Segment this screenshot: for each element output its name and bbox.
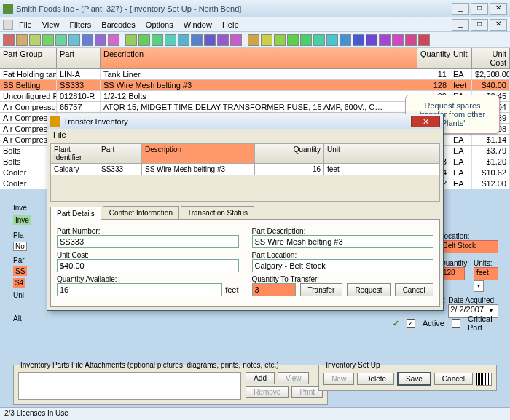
toolbar-btn-13[interactable] [178,34,189,46]
transfer-button[interactable]: Transfer [300,283,343,296]
mdi-max-button[interactable]: □ [471,19,488,31]
minimize-button[interactable]: _ [452,3,469,15]
invset-delete-button[interactable]: Delete [357,373,394,385]
titlebar: Smith Foods Inc - (Plant: 327) - [Invent… [0,0,510,17]
toolbar-btn-26[interactable] [353,34,364,46]
toolbar-btn-30[interactable] [405,34,417,46]
toolbar-btn-2[interactable] [29,34,41,46]
toolbar-btn-22[interactable] [300,34,312,46]
col-description[interactable]: Description [101,48,417,68]
col-unitcost[interactable]: Unit Cost [472,48,510,68]
toolbar-btn-21[interactable] [287,34,299,46]
grid-row[interactable]: Fat Holding tankLIN-ATank Liner11EA$2,50… [0,69,510,80]
dialog-grid: Plant Identifier Part Description Quanti… [50,143,440,202]
qt-input[interactable] [252,283,296,296]
partial-inve2: Inve [13,215,31,225]
col-quantity[interactable]: Quantity [417,48,450,68]
toolbar-btn-25[interactable] [340,34,351,46]
toolbar-btn-9[interactable] [125,34,137,46]
cancel-button[interactable]: Cancel [395,283,434,296]
toolbar-btn-10[interactable] [138,34,150,46]
pd-input[interactable] [252,235,434,248]
toolbar-btn-20[interactable] [274,34,286,46]
units-dropdown[interactable]: ▾ [474,280,484,292]
dcol-desc[interactable]: Description [142,144,255,163]
toolbar-btn-17[interactable] [230,34,242,46]
status-bar: 2/3 Licenses In Use [0,407,510,420]
toolbar-btn-14[interactable] [191,34,203,46]
toolbar-btn-16[interactable] [217,34,229,46]
toolbar-btn-7[interactable] [95,34,106,46]
invset-cancel-button[interactable]: Cancel [434,373,473,385]
col-partgroup[interactable]: Part Group [0,48,57,68]
pn-input[interactable] [57,235,239,248]
menu-barcodes[interactable]: Barcodes [97,19,139,31]
invset-save-button[interactable]: Save [397,372,431,386]
tab-transaction-status[interactable]: Transaction Status [181,206,254,219]
menu-window[interactable]: Window [179,19,216,31]
menu-view[interactable]: View [38,19,64,31]
uc-input[interactable] [57,259,239,272]
toolbar-btn-5[interactable] [68,34,80,46]
toolbar-btn-6[interactable] [82,34,93,46]
close-button[interactable]: ✕ [490,3,507,15]
menu-file[interactable]: File [15,19,36,31]
toolbar-btn-11[interactable] [152,34,163,46]
request-button[interactable]: Request [347,283,390,296]
location-value[interactable]: Belt Stock [440,240,498,253]
active-checkbox[interactable]: ✓ [407,319,415,328]
attachments-fieldset: Inventory Parts File Attachments (option… [13,361,328,405]
toolbar-btn-18[interactable] [248,34,259,46]
attach-view-button[interactable]: View [278,372,310,384]
uc-label: Unit Cost: [57,251,239,259]
date-label: Date Acquired: [448,296,498,304]
toolbar-btn-19[interactable] [261,34,272,46]
dialog-row[interactable]: Calgary SS333 SS Wire Mesh belting #3 16… [50,164,440,175]
inventory-setup-fieldset: Inventory Set Up New Delete Save Cancel [318,361,497,391]
grid-row[interactable]: SS BeltingSS333SS Wire Mesh belting #312… [0,80,510,91]
pl-input[interactable] [252,259,434,272]
toolbar-btn-28[interactable] [379,34,391,46]
dcol-plant[interactable]: Plant Identifier [51,144,98,163]
invset-legend: Inventory Set Up [323,361,382,369]
col-unit[interactable]: Unit [450,48,472,68]
critical-label: Critical Part [468,314,497,332]
toolbar-btn-29[interactable] [392,34,404,46]
invset-new-button[interactable]: New [323,373,354,385]
toolbar-btn-3[interactable] [42,34,54,46]
toolbar-btn-4[interactable] [55,34,67,46]
toolbar-btn-0[interactable] [3,34,15,46]
dcol-part[interactable]: Part [98,144,142,163]
menu-help[interactable]: Help [218,19,243,31]
barcode-icon[interactable] [476,373,492,386]
mdi-close-button[interactable]: ✕ [490,19,507,31]
tab-contact-info[interactable]: Contact Information [103,206,179,219]
qa-input[interactable] [57,283,222,296]
menu-filters[interactable]: Filters [65,19,95,31]
toolbar-btn-1[interactable] [16,34,28,46]
menu-options[interactable]: Options [141,19,178,31]
dialog-menu-file[interactable]: File [53,130,66,139]
critical-checkbox[interactable] [452,319,460,328]
quantity-value[interactable]: 128 [440,267,465,280]
toolbar-btn-27[interactable] [366,34,377,46]
units-label: Units: [474,259,498,267]
units-value[interactable]: feet [474,267,498,280]
toolbar-btn-24[interactable] [326,34,338,46]
toolbar-btn-23[interactable] [313,34,325,46]
col-part[interactable]: Part [57,48,101,68]
maximize-button[interactable]: □ [471,3,488,15]
toolbar-btn-15[interactable] [204,34,216,46]
dcol-unit[interactable]: Unit [324,144,439,163]
mdi-min-button[interactable]: _ [452,19,469,31]
attach-add-button[interactable]: Add [246,372,275,384]
dcol-qty[interactable]: Quantity [255,144,324,163]
toolbar-btn-8[interactable] [108,34,119,46]
tab-part-details[interactable]: Part Details [50,207,101,220]
dialog-close-button[interactable]: ✕ [411,116,440,127]
attach-remove-button[interactable]: Remove [246,386,289,398]
attachments-list[interactable] [18,372,241,400]
dialog-title: Transfer Inventory [60,117,411,126]
toolbar-btn-12[interactable] [165,34,176,46]
toolbar-btn-31[interactable] [418,34,430,46]
